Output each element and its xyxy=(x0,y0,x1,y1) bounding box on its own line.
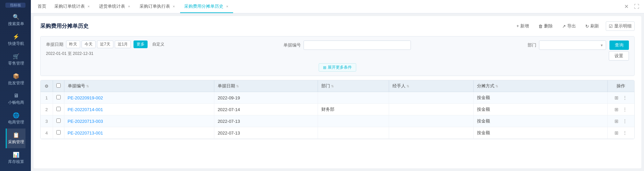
col-header-split_method[interactable]: 分摊方式⇅ xyxy=(473,80,607,92)
sidebar-item-ecommerce[interactable]: 🌐电商管理 xyxy=(6,109,25,129)
ecommerce_small-icon: 🖥 xyxy=(13,93,19,99)
view-op-icon[interactable]: ⊞ xyxy=(614,94,619,101)
show-cols-button[interactable]: ☑ 显示明细 xyxy=(606,21,635,31)
expand-more-button[interactable]: ⊞ 展开更多条件 xyxy=(319,63,356,72)
table-row: 4PE-20220713-0012022-07-13按金额 ⊞ ⋮ xyxy=(41,127,634,139)
filter-settings-button[interactable]: 设置 xyxy=(609,51,629,61)
dept-cell xyxy=(318,127,389,139)
quicknav-icon: ⚡ xyxy=(13,33,19,40)
filter-date-btns: 昨天今天近7天近1月 xyxy=(66,40,131,48)
date-quick-btn[interactable]: 近7天 xyxy=(97,40,113,48)
select-all-checkbox[interactable] xyxy=(56,83,61,88)
handler-cell xyxy=(389,127,473,139)
tab-label: 采购费用分摊单历史 xyxy=(184,3,223,9)
checkbox-icon: ☑ xyxy=(609,24,613,29)
sidebar-item-wholesale[interactable]: 📦批发管理 xyxy=(6,70,25,89)
row-checkbox[interactable] xyxy=(56,95,61,99)
sort-icon: ⇅ xyxy=(407,84,409,88)
date-quick-btn[interactable]: 今天 xyxy=(82,40,96,48)
col-header-doc_date[interactable]: 单据日期⇅ xyxy=(214,80,318,92)
doc-number-link[interactable]: PE-20220713-001 xyxy=(68,131,103,136)
tab-purchase_cost_history[interactable]: 采购费用分摊单历史× xyxy=(180,0,233,13)
sidebar-item-label: 采购管理 xyxy=(8,139,24,145)
row-checkbox[interactable] xyxy=(56,118,61,123)
doc-number-link[interactable]: PE-20220919-002 xyxy=(68,95,103,100)
row-checkbox-cell xyxy=(53,92,64,104)
expand-icon: ⊞ xyxy=(323,65,326,70)
date-filter-label: 单据日期 xyxy=(46,41,63,48)
doc-number-link[interactable]: PE-20220713-003 xyxy=(68,119,103,124)
date-quick-btn[interactable]: 近1月 xyxy=(115,40,131,48)
sidebar-item-retail[interactable]: 🛒零售管理 xyxy=(6,50,25,70)
row-num: 4 xyxy=(45,131,48,136)
sidebar-item-search[interactable]: 🔍搜索菜单 xyxy=(6,10,25,30)
more-op-icon[interactable]: ⋮ xyxy=(622,94,628,101)
tab-close-icon[interactable]: × xyxy=(127,4,130,9)
add-button[interactable]: + 新增 xyxy=(514,22,532,30)
search-button[interactable]: 查询 xyxy=(609,40,629,50)
sidebar-item-ecommerce_small[interactable]: 🖥小畅电商 xyxy=(6,89,25,109)
sidebar-item-purchase[interactable]: 📋采购管理 xyxy=(6,129,25,148)
handler-cell xyxy=(389,115,473,127)
handler-cell xyxy=(389,92,473,104)
ops-cell: ⊞ ⋮ xyxy=(607,104,634,115)
dept-cell xyxy=(318,92,389,104)
purchase-icon: 📋 xyxy=(13,132,19,138)
tab-purchase_order_exec[interactable]: 采购订单执行表× xyxy=(136,0,179,13)
doc-number-cell: PE-20220713-001 xyxy=(64,127,214,139)
sidebar-item-label: 电商管理 xyxy=(8,119,24,125)
filter-action-buttons: 查询 设置 xyxy=(609,40,629,61)
sidebar-item-quicknav[interactable]: ⚡快捷导航 xyxy=(6,30,25,50)
date-quick-btn[interactable]: 昨天 xyxy=(66,40,80,48)
table-row: 3PE-20220713-0032022-07-13按金额 ⊞ ⋮ xyxy=(41,115,634,127)
refresh-button[interactable]: ↻ 刷新 xyxy=(583,22,602,30)
more-op-icon[interactable]: ⋮ xyxy=(622,130,628,136)
view-op-icon[interactable]: ⊞ xyxy=(614,106,619,113)
tab-close-icon[interactable]: × xyxy=(172,4,175,9)
inventory-icon: 📊 xyxy=(13,152,19,158)
col-header-dept[interactable]: 部门⇅ xyxy=(318,80,389,92)
split-method-cell: 按金额 xyxy=(473,115,607,127)
tab-label: 采购订单执行表 xyxy=(140,3,170,9)
view-op-icon[interactable]: ⊞ xyxy=(614,130,619,136)
ops-cell: ⊞ ⋮ xyxy=(607,115,634,127)
row-settings-cell: 4 xyxy=(41,127,53,139)
sidebar-item-inventory[interactable]: 📊库存核算 xyxy=(6,148,25,168)
view-op-icon[interactable]: ⊞ xyxy=(614,118,619,124)
dept-select-wrapper: ▼ xyxy=(539,40,606,50)
doc-date-cell: 2022-09-19 xyxy=(214,92,318,104)
more-date-btn[interactable]: 更多 xyxy=(133,40,148,48)
split-method-cell: 按金额 xyxy=(473,92,607,104)
col-header-doc_number[interactable]: 单据编号⇅ xyxy=(64,80,214,92)
custom-date-btn[interactable]: 自定义 xyxy=(150,41,166,48)
filter-area: 单据日期 昨天今天近7天近1月 更多 自定义 2022-01-01 至 2022… xyxy=(40,36,635,76)
export-button[interactable]: ↗ 导出 xyxy=(559,22,579,30)
row-checkbox[interactable] xyxy=(56,130,61,135)
col-header-settings: ⚙ xyxy=(41,80,53,92)
maximize-window-btn[interactable]: ⛶ xyxy=(633,3,641,10)
sidebar-item-finance[interactable]: 💰资金管理 xyxy=(6,168,25,171)
close-window-btn[interactable]: ✕ xyxy=(623,3,630,10)
doc-number-link[interactable]: PE-20220714-001 xyxy=(68,107,103,112)
more-op-icon[interactable]: ⋮ xyxy=(622,118,628,124)
row-checkbox[interactable] xyxy=(56,107,61,111)
delete-button[interactable]: 🗑 删除 xyxy=(536,22,555,30)
table-row: 2PE-20220714-0012022-07-14财务部按金额 ⊞ ⋮ xyxy=(41,104,634,115)
col-header-handler[interactable]: 经手人⇅ xyxy=(389,80,473,92)
sidebar: 指标板 🔍搜索菜单⚡快捷导航🛒零售管理📦批发管理🖥小畅电商🌐电商管理📋采购管理📊… xyxy=(0,0,31,171)
more-op-icon[interactable]: ⋮ xyxy=(622,106,628,113)
tab-purchase_order_stats[interactable]: 采购订单统计表× xyxy=(50,0,94,13)
split-method-cell: 按金额 xyxy=(473,127,607,139)
sidebar-logo: 指标板 xyxy=(5,3,25,8)
doc-number-input[interactable] xyxy=(304,40,411,50)
row-num: 3 xyxy=(45,119,48,124)
tab-close-icon[interactable]: × xyxy=(225,4,229,9)
table-settings-icon[interactable]: ⚙ xyxy=(45,84,49,89)
handler-cell xyxy=(389,104,473,115)
row-checkbox-cell xyxy=(53,104,64,115)
dept-select[interactable] xyxy=(539,40,606,50)
tab-home[interactable]: 首页 xyxy=(34,0,50,13)
tab-close-icon[interactable]: × xyxy=(87,4,90,9)
tab-goods_receipt_stats[interactable]: 进货单统计表× xyxy=(95,0,135,13)
page-header: 采购费用分摊单历史 + 新增 🗑 删除 ↗ 导出 ↻ 刷新 ☑ 显示明细 xyxy=(40,21,635,31)
